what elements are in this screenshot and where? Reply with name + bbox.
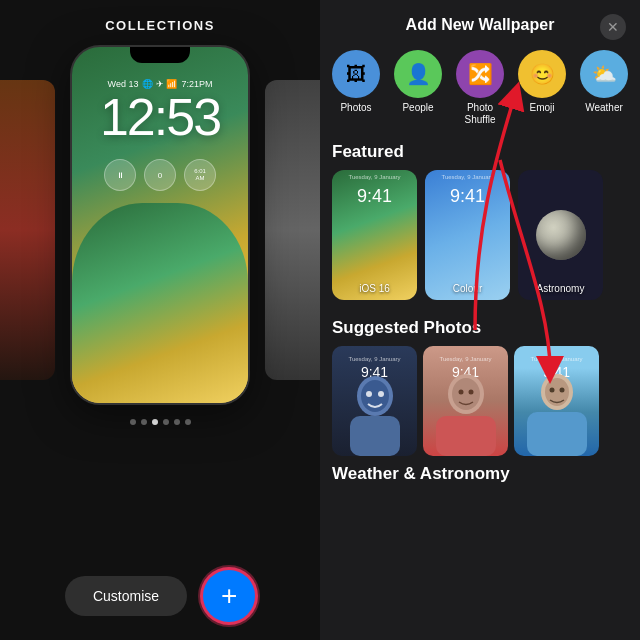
modal-header: Add New Wallpaper ✕ [320, 0, 640, 44]
thumb-ios16-label: iOS 16 [332, 283, 417, 294]
person-thumb-1[interactable]: Tuesday, 9 January 9:41 [332, 346, 417, 456]
svg-rect-9 [436, 416, 496, 456]
dot-6 [185, 419, 191, 425]
svg-rect-4 [350, 416, 400, 456]
shuffle-label: PhotoShuffle [465, 102, 496, 126]
dot-2 [141, 419, 147, 425]
thumb-ios16-date: Tuesday, 9 January [332, 174, 417, 180]
person1-face-icon [340, 366, 410, 456]
weather-title: Weather & Astronomy [320, 456, 640, 488]
featured-row: Tuesday, 9 January 9:41 iOS 16 Tuesday, … [320, 170, 640, 300]
dot-3 [152, 419, 158, 425]
widget-time: 6:01AM [184, 159, 216, 191]
emoji-icon: 😊 [518, 50, 566, 98]
svg-point-7 [458, 390, 463, 395]
phone-bg-wave [72, 203, 248, 403]
person2-date: Tuesday, 9 January [423, 356, 508, 362]
phone-time-display: 12:53 [100, 91, 220, 143]
thumb-ios16-clock: 9:41 [332, 186, 417, 207]
thumb-astronomy[interactable]: Astronomy [518, 170, 603, 300]
dot-5 [174, 419, 180, 425]
moon-circle [536, 210, 586, 260]
bottom-bar: Customise + [0, 570, 320, 622]
thumb-colour-date: Tuesday, 9 January [425, 174, 510, 180]
customise-button[interactable]: Customise [65, 576, 187, 616]
phone-screen: Wed 13 🌐 ✈ 📶 7:21PM 12:53 ⏸ 0 6:01AM [72, 47, 248, 403]
shuffle-icon: 🔀 [456, 50, 504, 98]
dot-1 [130, 419, 136, 425]
person1-date: Tuesday, 9 January [332, 356, 417, 362]
dot-4 [163, 419, 169, 425]
thumb-colour[interactable]: Tuesday, 9 January 9:41 Colour [425, 170, 510, 300]
person2-face-icon [431, 366, 501, 456]
widget-zero: 0 [144, 159, 176, 191]
weather-label: Weather [585, 102, 623, 114]
modal-title: Add New Wallpaper [406, 16, 555, 34]
dots-indicator [130, 419, 191, 425]
featured-title: Featured [320, 138, 640, 170]
thumb-astronomy-label: Astronomy [518, 283, 603, 294]
person3-face-icon [522, 366, 592, 456]
person-thumb-2[interactable]: Tuesday, 9 January 9:41 [423, 346, 508, 456]
collections-title: COLLECTIONS [105, 18, 215, 33]
widget-pause: ⏸ [104, 159, 136, 191]
person-thumb-3[interactable]: Tuesday, 9 January 9:41 [514, 346, 599, 456]
type-photos[interactable]: 🖼 Photos [332, 50, 380, 126]
suggested-title: Suggested Photos [320, 314, 640, 346]
thumb-ios16[interactable]: Tuesday, 9 January 9:41 iOS 16 [332, 170, 417, 300]
left-side-photo [0, 80, 55, 380]
type-weather[interactable]: ⛅ Weather [580, 50, 628, 126]
svg-rect-14 [527, 412, 587, 456]
photos-icon: 🖼 [332, 50, 380, 98]
svg-point-13 [559, 388, 564, 393]
left-panel: COLLECTIONS Wed 13 🌐 ✈ 📶 7:21PM 12:53 ⏸ … [0, 0, 320, 640]
people-label: People [402, 102, 433, 114]
plus-button[interactable]: + [203, 570, 255, 622]
people-icon: 👤 [394, 50, 442, 98]
suggested-row: Tuesday, 9 January 9:41 Tuesday, 9 Janua… [320, 346, 640, 456]
phone-frame: Wed 13 🌐 ✈ 📶 7:21PM 12:53 ⏸ 0 6:01AM [70, 45, 250, 405]
type-emoji[interactable]: 😊 Emoji [518, 50, 566, 126]
svg-point-12 [549, 388, 554, 393]
svg-point-8 [468, 390, 473, 395]
wallpaper-types: 🖼 Photos 👤 People 🔀 PhotoShuffle 😊 Emoji… [320, 44, 640, 138]
svg-point-3 [378, 391, 384, 397]
close-button[interactable]: ✕ [600, 14, 626, 40]
phone-widgets: ⏸ 0 6:01AM [104, 159, 216, 191]
svg-point-2 [366, 391, 372, 397]
right-side-photo [265, 80, 320, 380]
person3-date: Tuesday, 9 January [514, 356, 599, 362]
emoji-label: Emoji [529, 102, 554, 114]
type-shuffle[interactable]: 🔀 PhotoShuffle [456, 50, 504, 126]
right-panel: Add New Wallpaper ✕ 🖼 Photos 👤 People 🔀 … [320, 0, 640, 640]
type-people[interactable]: 👤 People [394, 50, 442, 126]
thumb-colour-clock: 9:41 [425, 186, 510, 207]
thumb-colour-label: Colour [425, 283, 510, 294]
weather-icon: ⛅ [580, 50, 628, 98]
phone-notch [130, 47, 190, 63]
photos-label: Photos [340, 102, 371, 114]
